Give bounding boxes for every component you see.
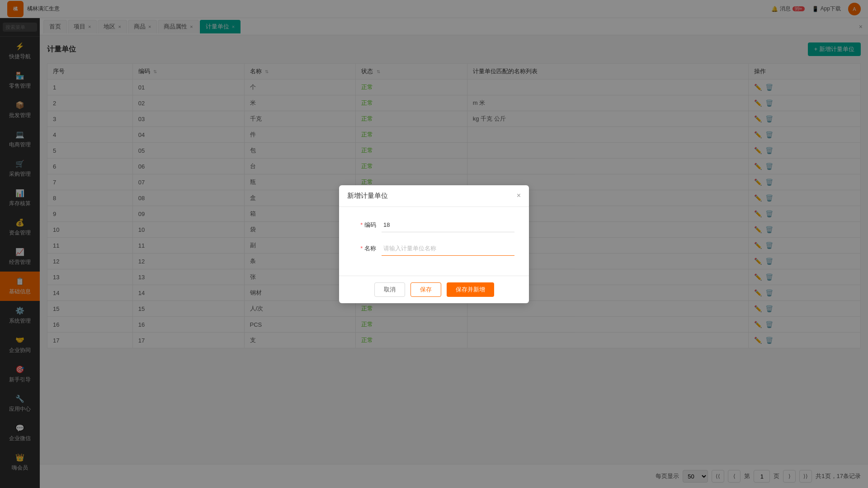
- required-mark: *: [360, 221, 363, 228]
- save-button[interactable]: 保存: [410, 282, 441, 297]
- required-mark-2: *: [360, 245, 363, 252]
- modal-close-button[interactable]: ×: [517, 192, 521, 200]
- code-input[interactable]: [382, 218, 514, 232]
- name-label: * 名称: [354, 244, 376, 253]
- cancel-button[interactable]: 取消: [374, 282, 405, 297]
- form-row-name: * 名称: [354, 241, 514, 256]
- code-label: * 编码: [354, 221, 376, 229]
- modal-body: * 编码 * 名称: [339, 207, 529, 276]
- modal-header: 新增计量单位 ×: [339, 185, 529, 207]
- add-unit-modal: 新增计量单位 × * 编码 * 名称 取消 保存 保存并新增: [339, 185, 529, 303]
- name-input[interactable]: [382, 241, 514, 256]
- modal-footer: 取消 保存 保存并新增: [339, 276, 529, 303]
- modal-title: 新增计量单位: [347, 192, 388, 200]
- form-row-code: * 编码: [354, 218, 514, 232]
- modal-overlay: 新增计量单位 × * 编码 * 名称 取消 保存 保存并新增: [0, 0, 868, 488]
- save-continue-button[interactable]: 保存并新增: [447, 282, 494, 297]
